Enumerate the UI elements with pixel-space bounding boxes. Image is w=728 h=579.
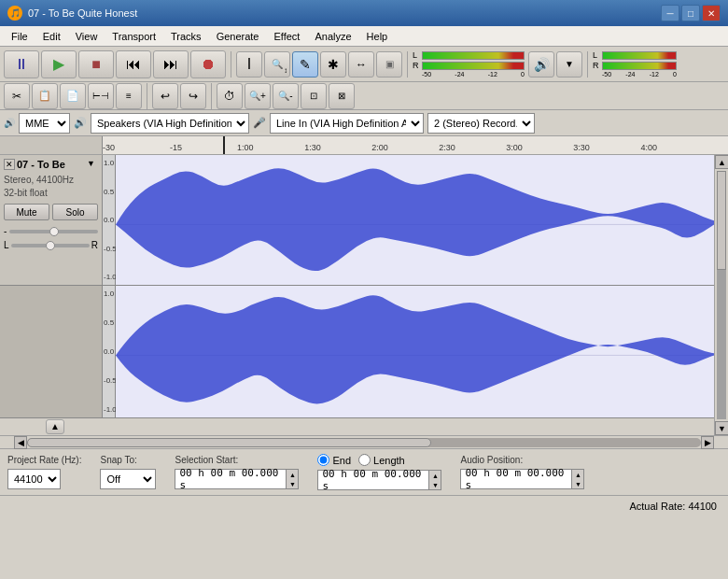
v-scroll-track[interactable] xyxy=(717,171,726,419)
zoom-tool[interactable]: 🔍↕ xyxy=(264,51,290,78)
scroll-right-btn[interactable]: ▶ xyxy=(701,436,714,449)
length-radio: Length xyxy=(358,454,405,466)
app-icon: 🎵 xyxy=(7,6,22,21)
snap-to-label: Snap To: xyxy=(100,455,156,465)
track-collapse-1[interactable]: ▼ xyxy=(87,159,98,170)
menu-view[interactable]: View xyxy=(68,29,105,44)
record-device-select[interactable]: Line In (VIA High Definition Au... xyxy=(270,113,424,134)
track-gain-1: - xyxy=(4,226,98,236)
window-controls: ─ □ ✕ xyxy=(661,5,721,21)
menu-analyze[interactable]: Analyze xyxy=(307,29,358,44)
project-rate-value: 44100 xyxy=(7,469,81,489)
sel-start-up[interactable]: ▲ xyxy=(287,470,298,479)
sync-tool[interactable]: ⏱ xyxy=(217,83,243,109)
pos-up[interactable]: ▲ xyxy=(572,470,583,479)
selection-start-group: Selection Start: 00 h 00 m 00.000 s ▲ ▼ xyxy=(175,455,299,489)
redo-button[interactable]: ↪ xyxy=(180,83,206,109)
menu-file[interactable]: File xyxy=(4,29,35,44)
menu-edit[interactable]: Edit xyxy=(35,29,68,44)
menu-tracks[interactable]: Tracks xyxy=(163,29,209,44)
h-scrollbar: ◀ ▶ xyxy=(0,435,728,448)
multi-tool[interactable]: ▣ xyxy=(376,51,402,78)
pause-button[interactable]: ⏸ xyxy=(4,50,39,78)
end-up[interactable]: ▲ xyxy=(429,471,441,480)
vu-controls: 🔊 ▼ xyxy=(528,51,582,78)
pan-slider-1[interactable] xyxy=(11,244,90,247)
v-scroll-thumb[interactable] xyxy=(717,171,726,270)
ibeam-tool[interactable]: I xyxy=(236,51,262,78)
timeshift-tool[interactable]: ↔ xyxy=(348,51,374,78)
fit-tool[interactable]: ⊡ xyxy=(301,83,327,109)
length-label: Length xyxy=(373,455,405,466)
gain-slider-1[interactable] xyxy=(9,230,98,233)
silence-tool[interactable]: ≡ xyxy=(116,83,142,109)
snap-to-select[interactable]: Off xyxy=(100,469,156,489)
menu-effect[interactable]: Effect xyxy=(267,29,308,44)
stop-button[interactable]: ■ xyxy=(78,50,114,78)
mute-button-1[interactable]: Mute xyxy=(4,204,49,220)
scroll-left-btn[interactable]: ◀ xyxy=(14,436,27,449)
track-name-1: 07 - To Be xyxy=(17,159,85,170)
end-radio: End xyxy=(317,454,351,466)
host-select[interactable]: MME xyxy=(19,113,70,134)
menu-help[interactable]: Help xyxy=(359,29,396,44)
vu-dropdown[interactable]: ▼ xyxy=(556,51,582,78)
waveform-svg-2 xyxy=(116,286,714,417)
track-row-1: ✕ 07 - To Be ▼ Stereo, 44100Hz 32-bit fl… xyxy=(0,155,714,286)
selection-tool[interactable]: ✱ xyxy=(320,51,346,78)
separator-5 xyxy=(211,83,212,109)
toolbar-row-2: ✂ 📋 📄 ⊢⊣ ≡ ↩ ↪ ⏱ 🔍+ 🔍- ⊡ ⊠ xyxy=(0,82,728,110)
h-scroll-thumb[interactable] xyxy=(27,438,431,447)
skip-end-button[interactable]: ⏭ xyxy=(153,50,189,78)
end-radio-input[interactable] xyxy=(317,454,329,466)
paste-tool[interactable]: 📄 xyxy=(60,83,86,109)
selection-start-value[interactable]: 00 h 00 m 00.000 s xyxy=(175,469,287,489)
record-channels-select[interactable]: 2 (Stereo) Record... xyxy=(427,113,535,134)
undo-button[interactable]: ↩ xyxy=(152,83,178,109)
h-scroll-track[interactable] xyxy=(27,438,701,447)
collapse-track-btn[interactable]: ▲ xyxy=(46,419,64,434)
record-button[interactable]: ⏺ xyxy=(190,50,226,78)
length-radio-input[interactable] xyxy=(358,454,371,466)
play-button[interactable]: ▶ xyxy=(41,50,77,78)
draw-tool[interactable]: ✎ xyxy=(292,51,318,78)
playback-device-select[interactable]: Speakers (VIA High Definition A... xyxy=(91,113,249,134)
trim-tool[interactable]: ⊢⊣ xyxy=(88,83,114,109)
maximize-button[interactable]: □ xyxy=(681,5,700,21)
playback-icon: 🔊 xyxy=(74,117,87,129)
audio-position-label: Audio Position: xyxy=(460,455,584,465)
track-control-1: ✕ 07 - To Be ▼ Stereo, 44100Hz 32-bit fl… xyxy=(0,155,103,285)
skip-start-button[interactable]: ⏮ xyxy=(116,50,151,78)
end-down[interactable]: ▼ xyxy=(429,480,441,489)
end-value[interactable]: 00 h 00 m 00.000 s xyxy=(317,470,429,490)
project-rate-select[interactable]: 44100 xyxy=(7,469,61,489)
sel-start-down[interactable]: ▼ xyxy=(287,479,298,488)
copy-tool[interactable]: 📋 xyxy=(32,83,58,109)
zoom-out-tool[interactable]: 🔍- xyxy=(273,83,299,109)
v-scrollbar: ▲ ▼ xyxy=(714,155,728,435)
waveform-1[interactable]: 1.0 0.5 0.0 -0.5 -1.0 /* waveform drawn … xyxy=(103,155,714,285)
scroll-up-btn[interactable]: ▲ xyxy=(715,155,728,169)
track-close-1[interactable]: ✕ xyxy=(4,159,15,170)
collapse-row: ▲ xyxy=(0,417,714,435)
menu-transport[interactable]: Transport xyxy=(105,29,163,44)
host-label: 🔊 xyxy=(4,118,15,128)
vu-speaker-icon[interactable]: 🔊 xyxy=(528,51,554,78)
audio-position-value[interactable]: 00 h 00 m 00.000 s xyxy=(460,469,572,489)
minimize-button[interactable]: ─ xyxy=(661,5,679,21)
close-button[interactable]: ✕ xyxy=(702,5,721,21)
project-rate-group: Project Rate (Hz): 44100 xyxy=(7,455,81,489)
zoom-sel-tool[interactable]: ⊠ xyxy=(329,83,355,109)
separator-1 xyxy=(231,51,231,78)
zoom-in-tool[interactable]: 🔍+ xyxy=(245,83,271,109)
waveform-svg-1: /* waveform drawn below */ xyxy=(116,155,714,285)
menu-generate[interactable]: Generate xyxy=(209,29,267,44)
project-rate-label: Project Rate (Hz): xyxy=(7,455,81,465)
solo-button-1[interactable]: Solo xyxy=(52,204,98,220)
pos-down[interactable]: ▼ xyxy=(572,479,583,488)
scroll-down-btn[interactable]: ▼ xyxy=(715,421,728,435)
vu-meter-left: L R -50-24-120 xyxy=(413,50,525,78)
y-scale-2: 1.0 0.5 0.0 -0.5 -1.0 xyxy=(103,286,116,417)
cut-tool[interactable]: ✂ xyxy=(4,83,30,109)
waveform-2[interactable]: 1.0 0.5 0.0 -0.5 -1.0 xyxy=(103,286,714,417)
